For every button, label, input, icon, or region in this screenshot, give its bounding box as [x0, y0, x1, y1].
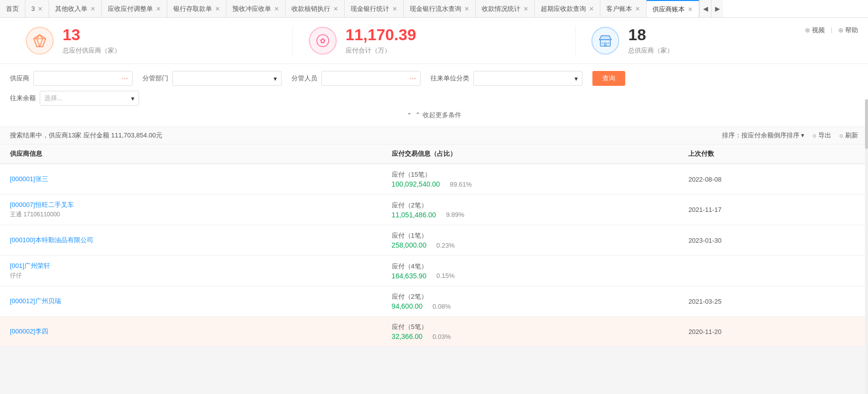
last-pay-cell: 2020-11-20 [688, 328, 858, 335]
tab-3[interactable]: 3 ✕ [25, 0, 49, 17]
tab-nav-left[interactable]: ◀ [699, 0, 711, 17]
department-select[interactable]: ▾ [172, 71, 282, 86]
summary-text-ap-total: 11,170.39 应付合计（万） [346, 26, 416, 55]
top-right-links: ⊙ 视频 | ⊙ 帮助 [805, 26, 858, 35]
tab-close-supplier-ledger[interactable]: ✕ [688, 6, 693, 13]
supplier-info-cell: [000012]广州贝瑞 [10, 297, 392, 306]
supplier-link[interactable]: [000001]张三 [10, 175, 48, 183]
tx-amount[interactable]: 100,092,540.00 [392, 180, 440, 188]
supplier-info-cell: [000007]恒旺二手叉车 王通 17106110000 [10, 200, 392, 219]
tx-amount[interactable]: 11,051,486.00 [392, 211, 436, 219]
tab-nav-right[interactable]: ▶ [711, 0, 723, 17]
tab-close-ar-ap-adjust[interactable]: ✕ [156, 5, 161, 12]
tab-bank-deposit[interactable]: 银行存取款单 ✕ [167, 0, 226, 17]
tab-collection-exec[interactable]: 收款核销执行 ✕ [286, 0, 345, 17]
scroll-indicator[interactable] [865, 99, 868, 347]
tab-close-cash-bank-stat[interactable]: ✕ [392, 5, 397, 12]
tx-row: 164,635.90 0.15% [392, 272, 689, 280]
tab-supplier-ledger[interactable]: 供应商账本 ✕ [647, 0, 699, 17]
total-supplier-icon [590, 26, 620, 56]
col1-header: 供应商信息 [10, 149, 392, 158]
svg-text:✿: ✿ [320, 37, 326, 45]
tab-prepay-offset[interactable]: 预收冲应收单 ✕ [226, 0, 286, 17]
last-pay-cell: 2021-03-25 [688, 298, 858, 305]
tab-collection-stat[interactable]: 收款情况统计 ✕ [476, 0, 535, 17]
supplier-info-cell: [000001]张三 [10, 175, 392, 184]
table-row: [001]广州荣轩 仔仔 应付（4笔） 164,635.90 0.15% [0, 256, 868, 286]
col2-header: 应付交易信息（占比） [392, 149, 689, 158]
person-dots-icon[interactable]: ··· [410, 74, 416, 83]
tx-amount[interactable]: 94,600.00 [392, 302, 423, 310]
supplier-input[interactable]: ··· [33, 71, 133, 86]
summary-text-total-supplier: 18 总供应商（家） [628, 26, 673, 55]
svg-rect-10 [601, 42, 603, 44]
table-row: [000007]恒旺二手叉车 王通 17106110000 应付（2笔） 11,… [0, 195, 868, 225]
tab-close-collection-stat[interactable]: ✕ [523, 5, 528, 12]
table-body: [000001]张三 应付（15笔） 100,092,540.00 89.61%… [0, 164, 868, 347]
video-link[interactable]: ⊙ 视频 [805, 26, 825, 35]
summary-card-supplier-count: 13 总应付供应商（家） [10, 26, 292, 56]
filter-person: 分管人员 ··· [291, 71, 421, 86]
tab-close-overdue-ar[interactable]: ✕ [589, 5, 594, 12]
tab-close-prepay-offset[interactable]: ✕ [274, 5, 279, 12]
tx-pct: 0.08% [433, 303, 451, 310]
tab-cash-bank-stat[interactable]: 现金银行统计 ✕ [345, 0, 404, 17]
help-link[interactable]: ⊙ 帮助 [838, 26, 858, 35]
filter-row-2: 往来余额 选择... ▾ [10, 91, 858, 106]
collapse-button[interactable]: ⌃ ⌃ 收起更多条件 [407, 111, 461, 120]
tx-info-cell: 应付（2笔） 11,051,486.00 9.89% [392, 201, 689, 219]
collapse-chevron-icon: ⌃ [407, 112, 412, 119]
refresh-icon: ○ [839, 132, 843, 139]
tab-close-3[interactable]: ✕ [38, 5, 43, 12]
tab-bar: 首页 3 ✕ 其他收入单 ✕ 应收应付调整单 ✕ 银行存取款单 ✕ 预收冲应收单… [0, 0, 868, 18]
table-row: [000012]广州贝瑞 应付（2笔） 94,600.00 0.08% 2021… [0, 286, 868, 317]
tab-overdue-ar[interactable]: 超期应收款查询 ✕ [535, 0, 600, 17]
refresh-button[interactable]: ○ 刷新 [839, 131, 858, 140]
tab-close-customer-ledger[interactable]: ✕ [635, 5, 640, 12]
tx-label: 应付（2笔） [392, 292, 689, 301]
filter-department: 分管部门 ▾ [143, 71, 282, 86]
sort-label[interactable]: 排序：按应付余额倒序排序 ▾ [722, 131, 805, 140]
last-pay-cell: 2023-01-30 [688, 237, 858, 244]
tab-close-cash-bank-flow[interactable]: ✕ [464, 5, 469, 12]
query-button[interactable]: 查询 [592, 71, 625, 86]
table-header: 供应商信息 应付交易信息（占比） 上次付数 [0, 144, 868, 164]
supplier-sub: 仔仔 [10, 271, 392, 280]
tx-label: 应付（2笔） [392, 201, 689, 210]
supplier-link[interactable]: [000002]李四 [10, 328, 48, 335]
tab-cash-bank-flow[interactable]: 现金银行流水查询 ✕ [404, 0, 476, 17]
balance-select[interactable]: 选择... ▾ [40, 91, 139, 106]
filter-supplier: 供应商 ··· [10, 71, 133, 86]
result-text: 搜索结果中，供应商13家 应付金额 111,703,854.00元 [10, 131, 162, 140]
department-arrow-icon: ▾ [274, 75, 277, 82]
tx-amount[interactable]: 32,366.00 [392, 332, 423, 340]
supplier-link[interactable]: [000100]本特勤油品有限公司 [10, 236, 93, 244]
supplier-info-cell: [000100]本特勤油品有限公司 [10, 236, 392, 245]
person-input[interactable]: ··· [321, 71, 421, 86]
right-actions: 排序：按应付余额倒序排序 ▾ ○ 导出 ○ 刷新 [722, 131, 858, 140]
supplier-link[interactable]: [000007]恒旺二手叉车 [10, 201, 74, 208]
export-button[interactable]: ○ 导出 [812, 131, 831, 140]
table-row: [000100]本特勤油品有限公司 应付（1笔） 258,000.00 0.23… [0, 225, 868, 256]
supplier-dots-icon[interactable]: ··· [122, 74, 128, 83]
filter-area: 供应商 ··· 分管部门 ▾ 分管人员 ··· 往来单位分类 ▾ [0, 64, 868, 127]
tx-amount[interactable]: 164,635.90 [392, 272, 427, 280]
tx-info-cell: 应付（4笔） 164,635.90 0.15% [392, 262, 689, 280]
scroll-thumb[interactable] [865, 99, 868, 149]
supplier-label: 供应商 [10, 74, 29, 83]
tab-close-other-income[interactable]: ✕ [90, 5, 95, 12]
tab-close-collection-exec[interactable]: ✕ [333, 5, 338, 12]
filter-category: 往来单位分类 ▾ [431, 71, 582, 86]
tab-ar-ap-adjust[interactable]: 应收应付调整单 ✕ [102, 0, 167, 17]
tab-close-bank-deposit[interactable]: ✕ [215, 5, 220, 12]
last-pay-cell: 2021-11-17 [688, 206, 858, 213]
supplier-link[interactable]: [000012]广州贝瑞 [10, 297, 61, 305]
tx-amount[interactable]: 258,000.00 [392, 241, 427, 249]
tab-home[interactable]: 首页 [0, 0, 25, 17]
summary-text-supplier-count: 13 总应付供应商（家） [63, 26, 121, 55]
supplier-link[interactable]: [001]广州荣轩 [10, 262, 50, 269]
tab-other-income[interactable]: 其他收入单 ✕ [49, 0, 102, 17]
tab-customer-ledger[interactable]: 客户账本 ✕ [600, 0, 647, 17]
category-select[interactable]: ▾ [473, 71, 582, 86]
tx-pct: 9.89% [446, 211, 464, 218]
